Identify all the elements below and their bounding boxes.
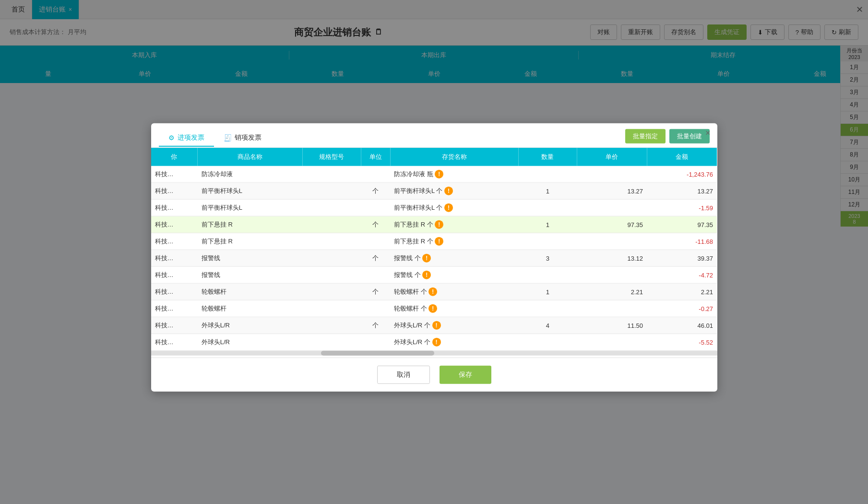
col-product-name: 商品名称: [198, 148, 303, 166]
table-row: 科技…前下悬挂 R前下悬挂 R 个 !-11.68: [151, 233, 717, 250]
warn-icon: !: [432, 338, 441, 347]
dialog-tab-actions: 批量指定 批量创建: [625, 129, 710, 147]
invoice-dialog: ⚙ 进项发票 🧾 销项发票 批量指定 批量创建 × 你 商品名称 规格型号 单位…: [151, 123, 717, 392]
batch-create-button[interactable]: 批量创建: [669, 129, 710, 144]
warn-icon: !: [422, 254, 431, 263]
col-unit: 单位: [361, 148, 390, 166]
invoice-table: 你 商品名称 规格型号 单位 存货名称 数量 单价 金额 科技…防冻冷却液防冻冷…: [151, 148, 717, 351]
save-button[interactable]: 保存: [440, 366, 491, 384]
cancel-button[interactable]: 取消: [377, 366, 430, 384]
warn-icon: !: [422, 271, 431, 279]
table-row: 科技…轮毂螺杆个轮毂螺杆 个 !12.212.21: [151, 283, 717, 300]
table-row: 科技…防冻冷却液防冻冷却液 瓶 !-1,243.76: [151, 166, 717, 183]
dialog-table-container[interactable]: 你 商品名称 规格型号 单位 存货名称 数量 单价 金额 科技…防冻冷却液防冻冷…: [151, 148, 717, 351]
table-row: 科技…轮毂螺杆轮毂螺杆 个 !-0.27: [151, 300, 717, 317]
col-price: 单价: [577, 148, 647, 166]
table-row: 科技…报警线报警线 个 !-4.72: [151, 266, 717, 283]
dialog-horizontal-scrollbar[interactable]: [151, 351, 717, 356]
table-header-row: 你 商品名称 规格型号 单位 存货名称 数量 单价 金额: [151, 148, 717, 166]
warn-icon: !: [444, 187, 453, 195]
dialog-close-button[interactable]: ×: [705, 128, 711, 138]
col-qty: 数量: [519, 148, 577, 166]
col-spec: 规格型号: [303, 148, 361, 166]
table-row: 科技…前下悬挂 R个前下悬挂 R 个 !197.3597.35: [151, 216, 717, 233]
col-inventory-name: 存货名称: [390, 148, 519, 166]
tab-in-invoice[interactable]: ⚙ 进项发票: [159, 130, 214, 147]
col-company: 你: [151, 148, 198, 166]
warn-icon: !: [444, 204, 453, 212]
table-row: 科技…外球头L/R外球头L/R 个 !-5.52: [151, 334, 717, 350]
batch-assign-button[interactable]: 批量指定: [625, 129, 666, 144]
warn-icon: !: [428, 304, 437, 313]
in-invoice-icon: ⚙: [168, 134, 175, 142]
warn-icon: !: [435, 237, 443, 246]
warn-icon: !: [435, 170, 443, 179]
warn-icon: !: [435, 220, 443, 229]
dialog-footer: 取消 保存: [151, 358, 717, 392]
table-row: 科技…前平衡杆球头L前平衡杆球头L 个 !-1.59: [151, 199, 717, 216]
table-row: 科技…外球头L/R个外球头L/R 个 !411.5046.01: [151, 317, 717, 334]
scrollbar-thumb[interactable]: [321, 351, 434, 356]
dialog-header: ⚙ 进项发票 🧾 销项发票 批量指定 批量创建 ×: [151, 123, 717, 148]
out-invoice-icon: 🧾: [224, 134, 232, 142]
tab-out-invoice[interactable]: 🧾 销项发票: [214, 130, 271, 147]
warn-icon: !: [432, 321, 441, 330]
table-row: 科技…前平衡杆球头L个前平衡杆球头L 个 !113.2713.27: [151, 182, 717, 199]
table-row: 科技…报警线个报警线 个 !313.1239.37: [151, 250, 717, 266]
warn-icon: !: [428, 288, 437, 296]
col-amount: 金额: [647, 148, 717, 166]
